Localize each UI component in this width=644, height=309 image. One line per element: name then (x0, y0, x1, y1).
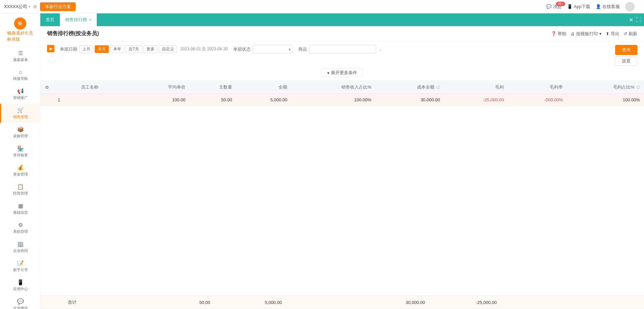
message-badge: 99+ (556, 2, 565, 6)
total-cell-quantity: 50.00 (157, 296, 214, 309)
sidebar-item-operations[interactable]: 📋 经营管理 (0, 180, 40, 199)
date-btn-more[interactable]: 更多 (143, 45, 158, 53)
sidebar-item-marketing[interactable]: 📢 营销推广 (0, 85, 40, 104)
col-settings[interactable]: ⚙ (40, 81, 54, 94)
col-amount: 全额 (236, 81, 291, 94)
sidebar-item-label: 新手引导 (13, 267, 28, 272)
logo-char: 畅 (18, 20, 22, 27)
date-btn-this-year[interactable]: 本年 (110, 45, 124, 53)
expand-down-icon: ▾ (327, 70, 330, 75)
cell-sales-ratio: 100.00% (291, 94, 375, 106)
filter-top-row: ▶ 单据日期 上月 本月 本年 近7天 更多 自定义 (47, 45, 637, 66)
date-filter: 单据日期 上月 本月 本年 近7天 更多 自定义 2023-06-01 至 20… (60, 45, 228, 53)
online-service[interactable]: 👤 在线客服 (596, 4, 620, 10)
date-btn-this-month[interactable]: 本月 (95, 45, 109, 53)
filter-area: ▶ 单据日期 上月 本月 本年 近7天 更多 自定义 (40, 42, 644, 81)
sidebar-item-basic[interactable]: ▦ 基础信息 (0, 199, 40, 218)
cell-rank: 1 (54, 94, 77, 106)
page-title: 销售排行榜(按业务员) (47, 30, 99, 37)
total-cell-amount: 5,000.00 (214, 296, 286, 309)
service-label: 在线客服 (602, 4, 620, 10)
sidebar-item-finance[interactable]: 💰 资金管理 (0, 161, 40, 180)
date-btn-custom[interactable]: 自定义 (159, 45, 177, 53)
sidebar-item-label: 库存核算 (13, 153, 28, 158)
help-icon: ❓ (551, 31, 556, 36)
goods-input[interactable] (309, 45, 376, 53)
tab-bar-right: ✕ ⛶ (629, 17, 644, 23)
col-gross: 毛利 (444, 81, 508, 94)
export-icon: ⬆ (606, 31, 609, 36)
total-cell-empty1 (40, 296, 54, 309)
sidebar-item-label: 资金管理 (13, 172, 28, 177)
filter-expand-arrow[interactable]: ▶ (47, 45, 54, 52)
app-icon: 📱 (567, 4, 572, 9)
print-button[interactable]: 🖨 按模板打印 ▾ (570, 31, 602, 37)
sidebar-item-label: 应用中心 (13, 287, 28, 292)
sidebar-item-corp[interactable]: 🏢 企业协同 (0, 238, 40, 257)
settings-icon[interactable]: ⚙ (33, 4, 37, 9)
help-button[interactable]: ❓ 帮助 (551, 31, 566, 37)
cell-amount: 5,000.00 (236, 94, 291, 106)
cost-info-icon[interactable]: ⓘ (436, 85, 440, 89)
tab-sales-ranking[interactable]: 销售排行榜 × (60, 13, 97, 26)
refresh-button[interactable]: ↺ 刷新 (624, 31, 637, 37)
expand-button[interactable]: ▾ 展开更多条件 (321, 68, 363, 77)
goods-more-icon[interactable]: … (378, 47, 383, 52)
corp-icon: 🏢 (17, 241, 24, 247)
cell-quantity: 50.00 (189, 94, 236, 106)
sidebar-item-wechat[interactable]: 💬 企业微信 (0, 295, 40, 309)
inventory-icon: 🏪 (17, 145, 24, 152)
app-download[interactable]: 📱 App下载 (567, 4, 590, 10)
search-icon: ☰ (18, 50, 23, 56)
date-btn-7days[interactable]: 近7天 (126, 45, 142, 53)
sidebar-item-sales[interactable]: 🛒 销售管理 (0, 104, 40, 123)
finance-icon: 💰 (17, 164, 24, 171)
sidebar-logo: 畅 畅康通好生意 标准版 (0, 13, 40, 47)
sidebar-item-apps[interactable]: 📱 应用中心 (0, 276, 40, 295)
sidebar-item-guide[interactable]: 📝 新手引导 (0, 257, 40, 276)
company-selector[interactable]: XXXXX公司 ▾ (4, 4, 30, 10)
sidebar-item-label: 采购管理 (13, 134, 28, 139)
operations-icon: 📋 (17, 184, 24, 190)
sidebar-item-label: 营销推广 (13, 95, 28, 100)
page-content: 销售排行榜(按业务员) ❓ 帮助 🖨 按模板打印 ▾ ⬆ 导出 (40, 26, 644, 309)
tab-home[interactable]: 首页 (40, 13, 60, 26)
trial-button[interactable]: 体验行业方案 (40, 2, 76, 11)
total-table: 合计 50.00 5,000.00 30,000.00 -25,000.00 (40, 296, 644, 309)
total-table-row: 合计 50.00 5,000.00 30,000.00 -25,000.00 (40, 296, 644, 309)
status-select-wrapper (253, 45, 293, 53)
tab-close-icon[interactable]: × (89, 17, 91, 22)
sidebar-item-inventory[interactable]: 🏪 库存核算 (0, 142, 40, 161)
date-btn-prev-month[interactable]: 上月 (79, 45, 93, 53)
content-area: 首页 销售排行榜 × ✕ ⛶ 销售排行榜(按业务员) ❓ 帮助 (40, 13, 644, 309)
sidebar-item-label: 系统管理 (13, 229, 28, 234)
col-name: 员工名称 (77, 81, 133, 94)
tab-close-button[interactable]: ✕ (629, 17, 633, 23)
date-label: 单据日期 (60, 46, 77, 52)
sidebar-item-nav[interactable]: ⌂ 快捷导航 (0, 66, 40, 85)
sidebar-item-purchase[interactable]: 📦 采购管理 (0, 123, 40, 142)
col-quantity: 主数量 (189, 81, 236, 94)
query-button[interactable]: 查询 (615, 45, 637, 55)
settings-button[interactable]: 设置 (615, 56, 637, 66)
status-select[interactable] (253, 45, 293, 53)
company-name: XXXXX公司 (4, 4, 27, 10)
export-button[interactable]: ⬆ 导出 (606, 31, 619, 37)
top-bar: XXXXX公司 ▾ ⚙ 体验行业方案 💬 消息 99+ 📱 App下载 👤 在线… (0, 0, 644, 13)
logo-name: 畅康通好生意 标准版 (7, 30, 33, 42)
message-area[interactable]: 💬 消息 99+ (546, 4, 562, 10)
cell-gross-rate: -500.00% (508, 94, 567, 106)
sidebar-item-search[interactable]: ☰ 搜索菜单 (0, 47, 40, 66)
app-label: App下载 (574, 4, 590, 10)
purchase-icon: 📦 (17, 126, 24, 133)
tab-expand-button[interactable]: ⛶ (636, 17, 641, 23)
refresh-icon: ↺ (624, 31, 627, 36)
ranking-table: ⚙ 员工名称 平均单价 主数量 全额 销售收入占比% 成本全额 ⓘ 毛利 (40, 81, 644, 106)
avatar[interactable] (625, 2, 635, 11)
gross-ratio-info-icon[interactable]: ⓘ (636, 85, 640, 89)
sidebar-item-system[interactable]: ⚙ 系统管理 (0, 218, 40, 238)
tab-label: 销售排行榜 (65, 17, 87, 23)
cell-cost: 30,000.00 (376, 94, 444, 106)
total-cell-empty4 (286, 296, 357, 309)
system-icon: ⚙ (18, 222, 23, 228)
